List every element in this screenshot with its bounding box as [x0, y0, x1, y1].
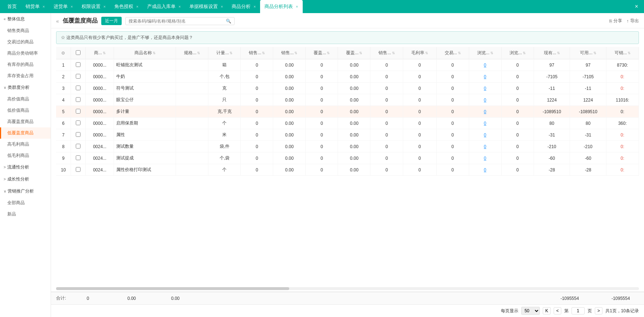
views1-link[interactable]: 0: [484, 144, 486, 149]
next-page-button[interactable]: >: [595, 307, 602, 314]
settings-icon[interactable]: ⚙: [61, 51, 65, 56]
sidebar-section-overall[interactable]: « 整体信息: [0, 13, 51, 25]
cell-checkbox[interactable]: [71, 83, 86, 94]
sort-views1-icon[interactable]: ⇅: [490, 51, 493, 55]
sidebar-collapse-button[interactable]: «: [56, 18, 59, 24]
close-permission-icon[interactable]: ×: [103, 4, 106, 9]
close-template-icon[interactable]: ×: [221, 4, 223, 9]
sidebar-section-cluster[interactable]: ∨ 类群度分析: [0, 82, 51, 94]
close-product-analysis-icon[interactable]: ×: [254, 4, 256, 9]
sidebar-item-new-goods[interactable]: 新品: [0, 209, 51, 220]
row-checkbox[interactable]: [76, 120, 80, 125]
row-checkbox[interactable]: [76, 97, 80, 102]
horizontal-scrollbar[interactable]: [56, 287, 639, 290]
sort-spec-icon[interactable]: ⇅: [197, 51, 200, 55]
sort-coverage1-icon[interactable]: ⇅: [327, 51, 330, 55]
close-role-icon[interactable]: ×: [136, 4, 138, 9]
sort-code-icon[interactable]: ⇅: [103, 51, 106, 55]
nav-tab-purchase[interactable]: 进货单 ×: [49, 0, 77, 13]
nav-tab-permission[interactable]: 权限设置 ×: [77, 0, 110, 13]
sidebar-item-inventory-capital[interactable]: 库存资金占用: [0, 70, 51, 82]
cell-checkbox[interactable]: [71, 164, 86, 176]
views1-link[interactable]: 0: [484, 74, 486, 79]
cell-views1[interactable]: 0: [469, 118, 501, 129]
search-icon[interactable]: 🔍: [226, 19, 231, 24]
nav-close-all-button[interactable]: ×: [632, 3, 641, 10]
views1-link[interactable]: 0: [484, 109, 486, 114]
nav-tab-product-warehouse[interactable]: 产成品入库单 ×: [143, 0, 185, 13]
nav-tab-sales[interactable]: 销货单 ×: [21, 0, 49, 13]
sidebar-item-low-coverage[interactable]: 低覆盖度商品: [0, 127, 51, 139]
cell-views1[interactable]: 0: [469, 94, 501, 106]
cell-checkbox[interactable]: [71, 129, 86, 141]
sidebar-item-high-value[interactable]: 高价值商品: [0, 94, 51, 105]
row-checkbox[interactable]: [76, 86, 80, 90]
sort-gross-icon[interactable]: ⇅: [425, 51, 428, 55]
sort-sellable-icon[interactable]: ⇅: [628, 51, 631, 55]
scrollbar-thumb[interactable]: [56, 287, 289, 290]
sort-views2-icon[interactable]: ⇅: [523, 51, 526, 55]
sort-sales3-icon[interactable]: ⇅: [392, 51, 395, 55]
page-input[interactable]: [572, 307, 585, 314]
sidebar-item-high-coverage[interactable]: 高覆盖度商品: [0, 116, 51, 127]
sidebar-item-low-value[interactable]: 低价值商品: [0, 105, 51, 116]
cell-views1[interactable]: 0: [469, 59, 501, 71]
share-button[interactable]: ⎘ 分享: [609, 18, 622, 24]
views1-link[interactable]: 0: [484, 98, 486, 103]
views1-link[interactable]: 0: [484, 63, 486, 68]
per-page-select[interactable]: 50 20 100: [521, 307, 540, 315]
cell-checkbox[interactable]: [71, 118, 86, 129]
nav-tab-product-analysis-list[interactable]: 商品分析列表 ×: [260, 0, 302, 13]
sidebar-item-sales-goods[interactable]: 销售类商品: [0, 25, 51, 36]
row-checkbox[interactable]: [76, 74, 80, 79]
views1-link[interactable]: 0: [484, 132, 486, 138]
close-product-analysis-list-icon[interactable]: ×: [296, 4, 298, 9]
cell-checkbox[interactable]: [71, 152, 86, 164]
row-checkbox[interactable]: [76, 132, 80, 137]
cell-checkbox[interactable]: [71, 71, 86, 83]
first-page-button[interactable]: K: [543, 307, 551, 314]
row-checkbox[interactable]: [76, 109, 80, 114]
sidebar-item-high-gross[interactable]: 高毛利商品: [0, 139, 51, 150]
prev-page-button[interactable]: <: [554, 307, 561, 314]
sidebar-item-category-turnover[interactable]: 商品分类动销率: [0, 48, 51, 59]
views1-link[interactable]: 0: [484, 167, 486, 173]
cell-views1[interactable]: 0: [469, 106, 501, 118]
sidebar-item-stocked-goods[interactable]: 有库存的商品: [0, 59, 51, 70]
views1-link[interactable]: 0: [484, 121, 486, 126]
cell-views1[interactable]: 0: [469, 71, 501, 83]
sidebar-section-marketing[interactable]: ∨ 营销推广分析: [0, 185, 51, 197]
views1-link[interactable]: 0: [484, 86, 486, 91]
export-button[interactable]: ↑ 导出: [627, 18, 639, 24]
sort-unit-icon[interactable]: ⇅: [229, 51, 232, 55]
table-container[interactable]: ⚙ 商...⇅ 商品名称⇅ 规格...⇅ 计量...⇅ 销售...⇅ 销售...…: [51, 47, 644, 286]
sidebar-section-growth[interactable]: > 成长性分析: [0, 173, 51, 185]
row-checkbox[interactable]: [76, 155, 80, 160]
sort-current-stock-icon[interactable]: ⇅: [557, 51, 560, 55]
cell-views1[interactable]: 0: [469, 83, 501, 94]
row-checkbox[interactable]: [76, 62, 80, 67]
sort-sales-count-icon[interactable]: ⇅: [262, 51, 265, 55]
th-checkbox[interactable]: [71, 47, 86, 59]
views1-link[interactable]: 0: [484, 156, 486, 161]
th-settings[interactable]: ⚙: [56, 47, 71, 59]
cell-views1[interactable]: 0: [469, 129, 501, 141]
cell-views1[interactable]: 0: [469, 141, 501, 152]
close-sales-icon[interactable]: ×: [43, 4, 45, 9]
sort-sales-amount-icon[interactable]: ⇅: [294, 51, 297, 55]
row-checkbox[interactable]: [76, 144, 80, 148]
search-input[interactable]: [129, 19, 224, 24]
sidebar-item-low-gross[interactable]: 低毛利商品: [0, 150, 51, 161]
row-checkbox[interactable]: [76, 167, 80, 172]
cell-checkbox[interactable]: [71, 59, 86, 71]
close-purchase-icon[interactable]: ×: [71, 4, 73, 9]
nav-tab-role[interactable]: 角色授权 ×: [110, 0, 143, 13]
cell-views1[interactable]: 0: [469, 152, 501, 164]
sort-name-icon[interactable]: ⇅: [153, 51, 156, 55]
sidebar-item-traded-goods[interactable]: 交易过的商品: [0, 36, 51, 48]
sort-available-stock-icon[interactable]: ⇅: [593, 51, 596, 55]
cell-checkbox[interactable]: [71, 141, 86, 152]
close-product-warehouse-icon[interactable]: ×: [178, 4, 181, 9]
sort-transaction-icon[interactable]: ⇅: [458, 51, 461, 55]
sidebar-section-circulation[interactable]: > 流通性分析: [0, 161, 51, 173]
